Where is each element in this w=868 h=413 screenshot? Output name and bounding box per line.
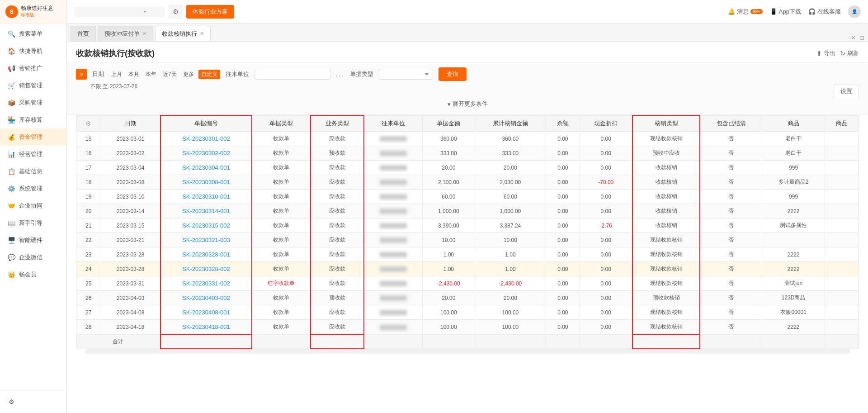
doc-no-link[interactable]: SK-20230314-001 bbox=[182, 208, 230, 214]
sidebar-item-system[interactable]: ⚙️ 系统管理 bbox=[0, 180, 66, 197]
cell-goods2 bbox=[825, 276, 859, 291]
sidebar-item-shortcuts[interactable]: 🏠 快捷导航 bbox=[0, 43, 66, 60]
tab-prepay-label: 预收冲应付单 bbox=[104, 30, 140, 38]
date-this-year[interactable]: 本年 bbox=[144, 70, 158, 79]
cell-date: 2023-04-08 bbox=[101, 305, 160, 320]
sidebar-item-sales[interactable]: 🛒 销售管理 bbox=[0, 77, 66, 94]
sidebar-item-wechat[interactable]: 💬 企业微信 bbox=[0, 249, 66, 266]
cell-goods1: 老白干 bbox=[762, 146, 825, 161]
app-download-button[interactable]: 📱 App下载 bbox=[770, 8, 801, 16]
cell-no: 27 bbox=[76, 305, 101, 320]
cell-goods1 bbox=[762, 233, 825, 247]
cell-discount: -70.00 bbox=[580, 175, 632, 190]
table-wrap: ⚙ 日期 单据编号 单据类型 业务类型 往来单位 单据金额 累计核销金额 余额 … bbox=[67, 115, 868, 363]
date-this-month[interactable]: 本月 bbox=[127, 70, 141, 79]
search-input[interactable] bbox=[79, 9, 142, 15]
tab-verify[interactable]: 收款核销执行 ✕ bbox=[155, 26, 211, 41]
cell-biz-type: 应收款 bbox=[311, 218, 364, 233]
tab-prepay[interactable]: 预收冲应付单 ✕ bbox=[98, 26, 153, 41]
sidebar-item-inventory[interactable]: 🏪 库存核算 bbox=[0, 111, 66, 128]
doc-no-link[interactable]: SK-20230302-002 bbox=[182, 150, 230, 157]
doc-no-link[interactable]: SK-20230301-002 bbox=[182, 135, 230, 142]
doc-no-link[interactable]: SK-20230315-002 bbox=[182, 222, 230, 229]
cell-no: 20 bbox=[76, 204, 101, 218]
sidebar-item-hardware[interactable]: 🖥️ 智能硬件 bbox=[0, 232, 66, 249]
sidebar-item-guide[interactable]: 📖 新手引导 bbox=[0, 214, 66, 232]
doc-no-link[interactable]: SK-20230308-001 bbox=[182, 179, 230, 185]
cell-biz-type: 应收款 bbox=[311, 190, 364, 204]
cell-doc-no: SK-20230304-001 bbox=[160, 161, 252, 175]
cell-verify-type: 收款核销 bbox=[632, 190, 700, 204]
footer-doc-type bbox=[252, 334, 311, 349]
cell-balance: 0.00 bbox=[546, 204, 580, 218]
table-row: 28 2023-04-18 SK-20230418-001 收款单 应收款 10… bbox=[76, 320, 859, 335]
online-support-button[interactable]: 🎧 在线客服 bbox=[808, 8, 841, 16]
doc-no-link[interactable]: SK-20230310-001 bbox=[182, 193, 230, 200]
cell-balance: 0.00 bbox=[546, 190, 580, 204]
cell-discount: -2.76 bbox=[580, 218, 632, 233]
doc-no-link[interactable]: SK-20230331-002 bbox=[182, 280, 230, 287]
sidebar-item-member[interactable]: 👑 畅会员 bbox=[0, 266, 66, 283]
table-row: 16 2023-03-02 SK-20230302-002 收款单 预收款 33… bbox=[76, 146, 859, 161]
doc-no-link[interactable]: SK-20230403-002 bbox=[182, 294, 230, 301]
cell-goods1: 123D商品 bbox=[762, 291, 825, 305]
query-button[interactable]: 查询 bbox=[439, 67, 467, 81]
scrollbar[interactable] bbox=[85, 349, 850, 354]
sidebar-item-purchase[interactable]: 📦 采购管理 bbox=[0, 94, 66, 111]
tab-prepay-close-icon[interactable]: ✕ bbox=[142, 31, 146, 37]
tab-verify-label: 收款核销执行 bbox=[162, 30, 197, 38]
partner-input[interactable] bbox=[255, 69, 330, 80]
date-7days[interactable]: 近7天 bbox=[161, 70, 179, 79]
tab-verify-close-icon[interactable]: ✕ bbox=[200, 31, 204, 37]
doc-no-link[interactable]: SK-20230418-001 bbox=[182, 323, 230, 330]
sidebar-item-operations[interactable]: 📊 经营管理 bbox=[0, 146, 66, 163]
date-more[interactable]: 更多 bbox=[181, 70, 196, 79]
gear-button[interactable]: ⚙ bbox=[168, 5, 183, 19]
notification-button[interactable]: 🔔 消息 99+ bbox=[728, 8, 763, 16]
doc-no-link[interactable]: SK-20230408-001 bbox=[182, 309, 230, 316]
cell-partner bbox=[364, 247, 422, 262]
cell-doc-type: 收款单 bbox=[252, 247, 311, 262]
close-window-icon[interactable]: ✕ bbox=[851, 34, 856, 41]
date-last-month[interactable]: 上月 bbox=[109, 70, 124, 79]
doc-type-select[interactable] bbox=[379, 69, 433, 80]
sidebar-item-collab[interactable]: 🤝 企业协同 bbox=[0, 197, 66, 214]
sidebar-item-settings[interactable]: ⚙ bbox=[0, 394, 66, 409]
cell-goods1: 999 bbox=[762, 190, 825, 204]
doc-no-link[interactable]: SK-20230328-002 bbox=[182, 266, 230, 272]
search-wrap[interactable]: ▾ bbox=[74, 7, 165, 17]
doc-no-link[interactable]: SK-20230304-001 bbox=[182, 164, 230, 171]
doc-no-link[interactable]: SK-20230321-003 bbox=[182, 237, 230, 243]
cell-doc-no: SK-20230308-001 bbox=[160, 175, 252, 190]
export-button[interactable]: ⬆ 导出 bbox=[816, 49, 835, 57]
cell-balance: 0.00 bbox=[546, 146, 580, 161]
sidebar-item-basic[interactable]: 📋 基础信息 bbox=[0, 163, 66, 180]
cell-discount: 0.00 bbox=[580, 291, 632, 305]
user-avatar[interactable]: 👤 bbox=[848, 5, 861, 18]
col-verified: 累计核销金额 bbox=[475, 115, 546, 132]
refresh-button[interactable]: ↻ 刷新 bbox=[840, 49, 859, 57]
col-gear[interactable]: ⚙ bbox=[76, 115, 101, 132]
date-custom[interactable]: 自定义 bbox=[198, 70, 220, 79]
topbar: ▾ ⚙ 体验行业方案 🔔 消息 99+ 📱 App下载 🎧 在线客服 👤 bbox=[67, 0, 868, 24]
doc-no-link[interactable]: SK-20230328-001 bbox=[182, 251, 230, 258]
industry-button[interactable]: 体验行业方案 bbox=[186, 5, 234, 19]
restore-icon[interactable]: ⊡ bbox=[859, 34, 864, 41]
table-row: 21 2023-03-15 SK-20230315-002 收款单 应收款 3,… bbox=[76, 218, 859, 233]
sidebar-item-marketing[interactable]: 📢 营销推广 bbox=[0, 60, 66, 77]
cell-included: 否 bbox=[700, 204, 762, 218]
sidebar-nav: 🔍 搜索菜单 🏠 快捷导航 📢 营销推广 🛒 销售管理 📦 采购管理 🏪 库存核… bbox=[0, 24, 66, 390]
cell-included: 否 bbox=[700, 233, 762, 247]
sidebar-label-hardware: 智能硬件 bbox=[19, 236, 42, 244]
cell-verify-type: 预收中应收 bbox=[632, 146, 700, 161]
settings-button[interactable]: 设置 bbox=[834, 85, 859, 98]
tab-home[interactable]: 首页 bbox=[71, 26, 96, 41]
filter-expand-button[interactable]: » bbox=[76, 69, 87, 80]
cell-date: 2023-04-18 bbox=[101, 320, 160, 335]
cell-partner bbox=[364, 132, 422, 146]
sidebar-bottom: ⚙ bbox=[0, 390, 66, 413]
expand-more-button[interactable]: ▾ 展开更多条件 bbox=[448, 100, 488, 108]
sidebar-item-search[interactable]: 🔍 搜索菜单 bbox=[0, 25, 66, 43]
sidebar-item-finance[interactable]: 💰 资金管理 bbox=[0, 128, 66, 146]
date-range-display: 不限 至 2023-07-26 bbox=[90, 83, 137, 90]
